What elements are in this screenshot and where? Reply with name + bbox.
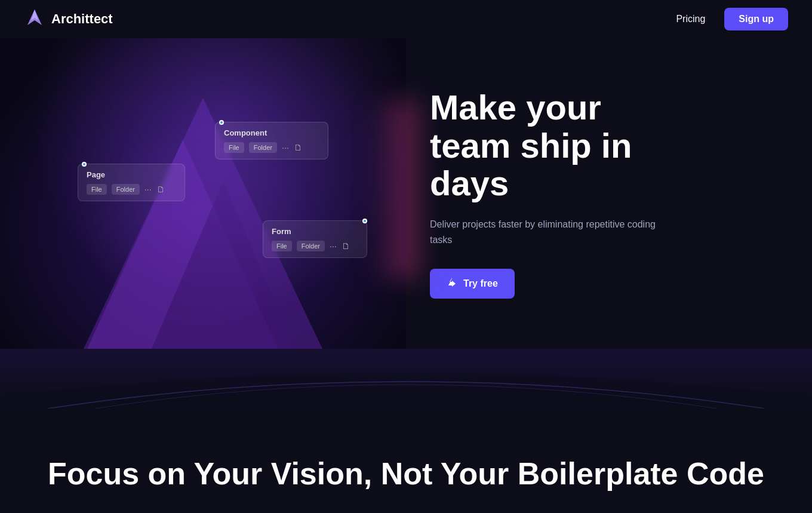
ui-card-page: Page File Folder ··· 🗋 <box>78 164 185 201</box>
bottom-subtitle: With Archittect, you can focus on your v… <box>215 509 597 513</box>
try-free-button[interactable]: Try free <box>430 269 515 299</box>
arc-separator <box>0 349 812 408</box>
component-folder: Folder <box>249 142 277 153</box>
form-card-header: Form <box>272 227 358 236</box>
form-file: File <box>272 241 292 251</box>
component-more: ··· <box>282 143 289 152</box>
navbar: Archittect Pricing Sign up <box>0 0 812 38</box>
try-free-icon <box>447 277 457 290</box>
hero-text: Make your team ship in days Deliver proj… <box>406 88 693 299</box>
page-folder: Folder <box>112 184 140 195</box>
page-card-row: File Folder ··· 🗋 <box>87 184 176 195</box>
signup-button[interactable]: Sign up <box>724 8 788 30</box>
form-more: ··· <box>330 241 337 251</box>
ui-card-component: Component File Folder ··· 🗋 <box>215 122 328 159</box>
hero-subtitle: Deliver projects faster by eliminating r… <box>430 217 657 247</box>
try-free-label: Try free <box>463 278 498 289</box>
page-more: ··· <box>144 185 152 194</box>
logo-icon <box>24 7 45 31</box>
dot-component <box>219 120 224 125</box>
page-card-header: Page <box>87 170 176 179</box>
form-doc-icon: 🗋 <box>342 241 350 251</box>
logo-text: Archittect <box>51 11 113 27</box>
hero-section: Component File Folder ··· 🗋 Page File Fo… <box>0 38 812 349</box>
component-file: File <box>224 142 244 153</box>
page-file: File <box>87 184 107 195</box>
page-doc-icon: 🗋 <box>156 185 165 194</box>
bottom-section: Focus on Your Vision, Not Your Boilerpla… <box>0 408 812 513</box>
dot-form <box>362 219 367 223</box>
component-doc-icon: 🗋 <box>294 143 302 152</box>
component-card-row: File Folder ··· 🗋 <box>224 142 319 153</box>
logo[interactable]: Archittect <box>24 7 113 31</box>
form-folder: Folder <box>297 241 325 251</box>
hero-visual: Component File Folder ··· 🗋 Page File Fo… <box>0 38 406 349</box>
nav-right: Pricing Sign up <box>676 8 788 30</box>
mountain-shape-3 <box>152 182 295 349</box>
bottom-title: Focus on Your Vision, Not Your Boilerpla… <box>24 456 788 492</box>
pricing-link[interactable]: Pricing <box>676 14 705 24</box>
hero-title: Make your team ship in days <box>430 88 657 202</box>
component-card-header: Component <box>224 128 319 137</box>
dot-page <box>82 162 87 167</box>
hero-edge-glow <box>370 100 418 279</box>
ui-card-form: Form File Folder ··· 🗋 <box>263 220 367 258</box>
form-card-row: File Folder ··· 🗋 <box>272 241 358 251</box>
